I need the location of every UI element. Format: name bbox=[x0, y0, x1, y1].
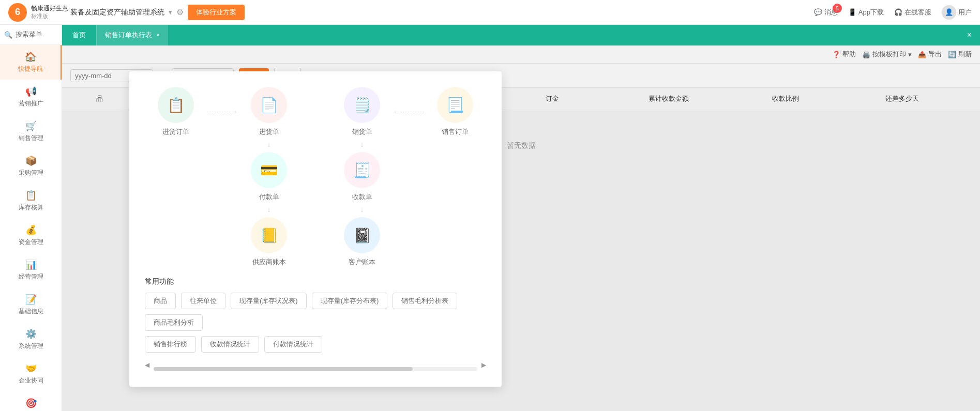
sidebar-item-guide[interactable]: 🎯 新手引导 bbox=[0, 391, 62, 411]
sidebar-item-basic[interactable]: 📝 基础信息 bbox=[0, 287, 62, 322]
finance-icon: 💰 bbox=[25, 224, 37, 236]
sidebar-label-finance: 资金管理 bbox=[19, 238, 43, 247]
sidebar-label-inventory: 库存核算 bbox=[19, 203, 43, 212]
sale-bill-icon: 🗒️ bbox=[344, 87, 380, 123]
tab-home-label: 首页 bbox=[72, 31, 86, 40]
marketing-icon: 📢 bbox=[25, 86, 37, 97]
online-service-action[interactable]: 🎧 在线客服 bbox=[894, 8, 931, 17]
sidebar: 🔍 搜索菜单 🏠 快捷导航 📢 营销推广 🛒 销售管理 📦 采购管理 📋 bbox=[0, 25, 62, 411]
node-sale-bill[interactable]: 🗒️ 销货单 bbox=[344, 87, 380, 136]
function-buttons: 商品 往来单位 现存量(库存状况表) 现存量(库存分布表) 销售毛利分析表 商品… bbox=[145, 293, 486, 331]
message-action[interactable]: 💬 消息 5 bbox=[814, 8, 838, 17]
node-purchase-bill[interactable]: 📄 进货单 bbox=[251, 87, 287, 136]
sidebar-item-purchase[interactable]: 📦 采购管理 bbox=[0, 149, 62, 184]
logo-area: 6 畅康通好生意 标准版 bbox=[8, 3, 70, 22]
system-title: 装备及固定资产辅助管理系统 ▾ ⚙ 体验行业方案 bbox=[70, 5, 814, 20]
func-btn-2[interactable]: 现存量(库存状况表) bbox=[231, 293, 307, 309]
search-icon: 🔍 bbox=[4, 31, 12, 39]
app-download-action[interactable]: 📱 App下载 bbox=[848, 8, 884, 17]
header-right: 💬 消息 5 📱 App下载 🎧 在线客服 👤 用户 bbox=[814, 5, 972, 20]
arrow-down-payment: ↓ bbox=[267, 205, 271, 214]
func-btn-8[interactable]: 付款情况统计 bbox=[264, 336, 322, 353]
sidebar-label-cooperation: 企业协同 bbox=[19, 376, 43, 385]
sidebar-label-purchase: 采购管理 bbox=[19, 169, 43, 177]
receipt-label: 收款单 bbox=[352, 192, 372, 202]
tab-close-icon[interactable]: × bbox=[156, 32, 160, 39]
node-supplier-ledger[interactable]: 📒 供应商账本 bbox=[251, 217, 287, 267]
purchase-order-label: 进货订单 bbox=[162, 127, 189, 136]
sidebar-item-system[interactable]: ⚙️ 系统管理 bbox=[0, 322, 62, 357]
tab-sales-order[interactable]: 销售订单执行表 × bbox=[97, 25, 168, 45]
trial-button[interactable]: 体验行业方案 bbox=[188, 5, 245, 20]
purchase-icon: 📦 bbox=[25, 155, 37, 166]
basic-icon: 📝 bbox=[25, 294, 37, 305]
sales-icon: 🛒 bbox=[25, 120, 37, 132]
sidebar-item-marketing[interactable]: 📢 营销推广 bbox=[0, 80, 62, 114]
arrow-down-sale: ↓ bbox=[360, 140, 364, 148]
sidebar-item-inventory[interactable]: 📋 库存核算 bbox=[0, 184, 62, 218]
func-btn-1[interactable]: 往来单位 bbox=[181, 293, 225, 309]
cooperation-icon: 🤝 bbox=[25, 363, 37, 374]
scroll-left-icon[interactable]: ◀ bbox=[145, 361, 149, 369]
tab-home[interactable]: 首页 bbox=[62, 25, 97, 45]
node-customer-ledger[interactable]: 📓 客户账本 bbox=[344, 217, 380, 267]
func-btn-6[interactable]: 销售排行榜 bbox=[145, 336, 196, 353]
purchase-bill-label: 进货单 bbox=[259, 127, 279, 136]
node-payment[interactable]: 💳 付款单 bbox=[251, 152, 287, 202]
func-btn-7[interactable]: 收款情况统计 bbox=[201, 336, 259, 353]
sidebar-item-cooperation[interactable]: 🤝 企业协同 bbox=[0, 357, 62, 391]
sidebar-item-sales[interactable]: 🛒 销售管理 bbox=[0, 114, 62, 149]
func-btn-0[interactable]: 商品 bbox=[145, 293, 176, 309]
arrow-down-purchase: ↓ bbox=[267, 140, 271, 148]
node-sale-order[interactable]: 📃 销售订单 bbox=[437, 87, 473, 136]
sidebar-item-finance[interactable]: 💰 资金管理 bbox=[0, 218, 62, 253]
sidebar-label-operation: 经营管理 bbox=[19, 272, 43, 281]
logo-icon: 6 bbox=[8, 3, 27, 22]
receipt-icon: 🧾 bbox=[344, 152, 380, 188]
payment-label: 付款单 bbox=[259, 192, 279, 202]
home-icon: 🏠 bbox=[25, 51, 36, 63]
user-action[interactable]: 👤 用户 bbox=[942, 5, 972, 20]
sidebar-item-quick-nav[interactable]: 🏠 快捷导航 bbox=[0, 45, 62, 80]
node-purchase-order[interactable]: 📋 进货订单 bbox=[158, 87, 194, 136]
tab-bar: 首页 销售订单执行表 × × bbox=[62, 25, 980, 45]
purchase-bill-icon: 📄 bbox=[251, 87, 287, 123]
sidebar-label-marketing: 营销推广 bbox=[19, 99, 43, 108]
avatar: 👤 bbox=[942, 5, 956, 20]
func-btn-3[interactable]: 现存量(库存分布表) bbox=[312, 293, 388, 309]
system-dropdown-icon[interactable]: ▾ bbox=[169, 8, 172, 16]
payment-icon: 💳 bbox=[251, 152, 287, 188]
popup-scrollbar[interactable] bbox=[154, 367, 477, 371]
message-badge: 5 bbox=[833, 4, 842, 13]
online-service-label: 在线客服 bbox=[904, 8, 931, 17]
settings-gear-icon[interactable]: ⚙ bbox=[176, 7, 184, 17]
inventory-icon: 📋 bbox=[25, 190, 37, 201]
phone-icon: 📱 bbox=[848, 8, 856, 16]
system-name: 装备及固定资产辅助管理系统 bbox=[70, 8, 164, 17]
sale-order-label: 销售订单 bbox=[442, 127, 469, 136]
supplier-ledger-icon: 📒 bbox=[251, 217, 287, 253]
node-receipt[interactable]: 🧾 收款单 bbox=[344, 152, 380, 202]
sale-bill-label: 销货单 bbox=[352, 127, 372, 136]
func-btn-5[interactable]: 商品毛利分析 bbox=[145, 314, 203, 331]
sidebar-item-operation[interactable]: 📊 经营管理 bbox=[0, 253, 62, 287]
tab-close-right[interactable]: × bbox=[959, 31, 980, 40]
operation-icon: 📊 bbox=[25, 259, 37, 270]
system-icon: ⚙️ bbox=[25, 328, 37, 340]
func-btn-4[interactable]: 销售毛利分析表 bbox=[393, 293, 457, 309]
sidebar-label-basic: 基础信息 bbox=[19, 307, 43, 316]
popup: 📋 进货订单 → 📄 进货单 🗒️ bbox=[129, 71, 502, 387]
content-area: 首页 销售订单执行表 × × ❓ 帮助 🖨️ bbox=[62, 25, 980, 411]
user-label: 用户 bbox=[958, 8, 972, 17]
sidebar-search[interactable]: 🔍 搜索菜单 bbox=[0, 25, 62, 45]
popup-scrollbar-thumb bbox=[154, 367, 413, 371]
headset-icon: 🎧 bbox=[894, 8, 902, 16]
arrow-down-receipt: ↓ bbox=[360, 205, 364, 214]
logo-text: 畅康通好生意 标准版 bbox=[31, 5, 68, 20]
scroll-right-icon[interactable]: ▶ bbox=[481, 361, 486, 369]
tab-sales-order-label: 销售订单执行表 bbox=[105, 31, 152, 40]
purchase-order-icon: 📋 bbox=[158, 87, 194, 123]
customer-ledger-label: 客户账本 bbox=[349, 257, 375, 267]
search-menu-label: 搜索菜单 bbox=[16, 30, 42, 39]
guide-icon: 🎯 bbox=[25, 398, 37, 409]
